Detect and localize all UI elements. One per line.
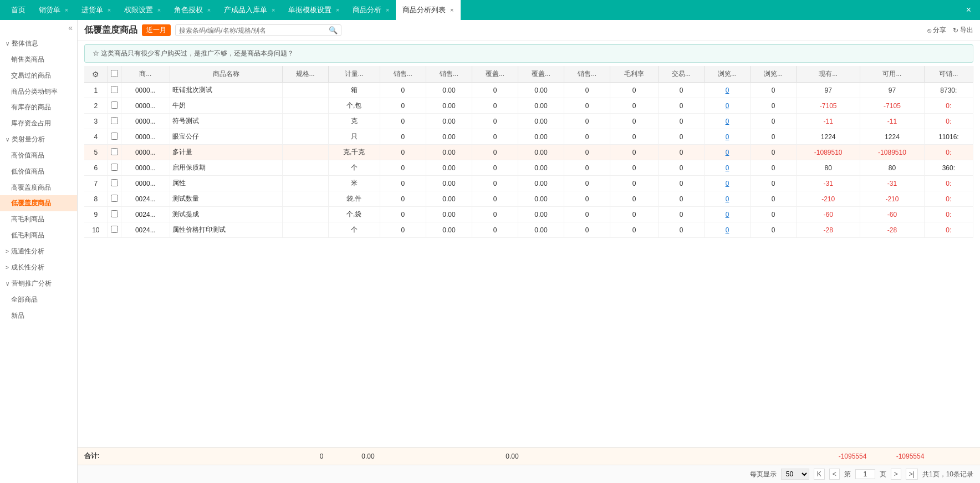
sidebar-item-high-value[interactable]: 高价值商品 [0, 148, 77, 164]
sidebar-item-stocked-goods[interactable]: 有库存的商品 [0, 99, 77, 115]
sidebar-item-inventory-capital[interactable]: 库存资金占用 [0, 115, 77, 131]
col-coverage2[interactable]: 覆盖... [518, 66, 564, 83]
row-checkbox[interactable] [111, 195, 118, 202]
row-checkbox[interactable] [111, 117, 118, 124]
col-name[interactable]: 商品名称 [170, 66, 282, 83]
row-cov1: 0 [472, 176, 518, 191]
nav-permission-close[interactable]: × [157, 7, 161, 13]
first-page-btn[interactable]: K [814, 469, 825, 480]
sidebar-item-high-margin[interactable]: 高毛利商品 [0, 211, 77, 227]
row-checkbox[interactable] [111, 86, 118, 93]
nav-goods-analysis-list[interactable]: 商品分析列表 × [396, 0, 460, 20]
nav-sales[interactable]: 销货单 × [32, 0, 75, 20]
row-browse1[interactable]: 0 [704, 98, 750, 114]
nav-product-storage-close[interactable]: × [272, 7, 275, 13]
row-name: 旺铺批次测试 [170, 83, 282, 98]
sidebar-item-low-coverage[interactable]: 低覆盖度商品 [0, 195, 77, 211]
sidebar-item-traded-goods[interactable]: 交易过的商品 [0, 68, 77, 84]
select-all-checkbox[interactable] [111, 70, 118, 77]
row-browse1[interactable]: 0 [704, 160, 750, 176]
nav-goods-analysis[interactable]: 商品分析 × [346, 0, 396, 20]
nav-role[interactable]: 角色授权 × [167, 0, 217, 20]
page-input[interactable] [855, 469, 875, 479]
col-settings[interactable]: ⚙ [84, 66, 108, 83]
nav-goods-analysis-close[interactable]: × [386, 7, 389, 13]
sidebar-liquidity-header[interactable]: > 流通性分析 [0, 243, 77, 260]
row-name: 牛奶 [170, 98, 282, 114]
sidebar-item-low-value[interactable]: 低价值商品 [0, 164, 77, 180]
nav-goods-analysis-list-close[interactable]: × [450, 7, 453, 13]
row-trans: 0 [658, 98, 704, 114]
nav-product-storage[interactable]: 产成品入库单 × [217, 0, 282, 20]
row-browse2: 0 [751, 176, 797, 191]
row-browse1[interactable]: 0 [704, 207, 750, 222]
row-checkbox[interactable] [111, 226, 118, 233]
col-browse2[interactable]: 浏览... [751, 66, 797, 83]
col-sellable[interactable]: 可销... [924, 66, 973, 83]
row-browse1[interactable]: 0 [704, 114, 750, 129]
row-checkbox[interactable] [111, 133, 118, 140]
row-browse1[interactable]: 0 [704, 176, 750, 191]
col-available[interactable]: 可用... [860, 66, 924, 83]
total-sales-qty: 0 [299, 453, 344, 460]
col-sales-count[interactable]: 销售... [564, 66, 610, 83]
row-avail: -28 [860, 222, 924, 238]
row-avail: -60 [860, 207, 924, 222]
sidebar-item-all-goods[interactable]: 全部商品 [0, 292, 77, 308]
sidebar-overall-header[interactable]: ∨ 整体信息 [0, 35, 77, 52]
nav-template[interactable]: 单据模板设置 × [282, 0, 346, 20]
sidebar-quality-header[interactable]: ∨ 类射量分析 [0, 131, 77, 148]
nav-sales-close[interactable]: × [65, 7, 68, 13]
row-checkbox[interactable] [111, 164, 118, 171]
row-checkbox[interactable] [111, 148, 118, 155]
prev-page-btn[interactable]: < [829, 469, 840, 480]
row-browse1[interactable]: 0 [704, 191, 750, 207]
sidebar-item-category-rate[interactable]: 商品分类动销率 [0, 84, 77, 100]
nav-permission[interactable]: 权限设置 × [118, 0, 167, 20]
col-sales-amt[interactable]: 销售... [426, 66, 472, 83]
share-button[interactable]: ⎋ 分享 [927, 26, 946, 35]
row-browse1[interactable]: 0 [704, 83, 750, 98]
row-spec [282, 176, 328, 191]
col-spec[interactable]: 规格... [282, 66, 328, 83]
col-coverage1[interactable]: 覆盖... [472, 66, 518, 83]
row-sellable: 0: [924, 191, 973, 207]
window-close-btn[interactable]: × [962, 5, 976, 15]
sidebar-collapse-btn[interactable]: « [0, 20, 77, 35]
export-button[interactable]: ↻ 导出 [953, 26, 973, 35]
col-gross-margin[interactable]: 毛利率 [610, 66, 659, 83]
row-checkbox[interactable] [111, 179, 118, 186]
row-sellable: 0: [924, 207, 973, 222]
row-browse1[interactable]: 0 [704, 129, 750, 145]
col-current-stock[interactable]: 现有... [797, 66, 860, 83]
nav-template-close[interactable]: × [336, 7, 339, 13]
col-transaction[interactable]: 交易... [658, 66, 704, 83]
row-checkbox[interactable] [111, 101, 118, 109]
col-code[interactable]: 商... [121, 66, 170, 83]
sidebar-growth-header[interactable]: > 成长性分析 [0, 260, 77, 276]
nav-role-close[interactable]: × [207, 7, 211, 13]
per-page-select[interactable]: 50 20 100 [781, 469, 809, 480]
row-unit: 个 [328, 160, 380, 176]
search-icon: 🔍 [329, 26, 338, 34]
next-page-btn[interactable]: > [891, 469, 901, 480]
col-unit[interactable]: 计量... [328, 66, 380, 83]
sidebar-item-sales-goods[interactable]: 销售类商品 [0, 52, 77, 68]
row-sales-count: 0 [564, 207, 610, 222]
nav-purchase[interactable]: 进货单 × [75, 0, 118, 20]
row-cov1: 0 [472, 114, 518, 129]
col-sales-qty[interactable]: 销售... [380, 66, 426, 83]
nav-home[interactable]: 首页 [4, 0, 32, 20]
sidebar-item-high-coverage[interactable]: 高覆盖度商品 [0, 180, 77, 196]
sidebar-item-low-margin[interactable]: 低毛利商品 [0, 227, 77, 243]
search-input[interactable] [179, 27, 329, 34]
sidebar-item-new-goods[interactable]: 新品 [0, 308, 77, 324]
sidebar-marketing-header[interactable]: ∨ 营销推广分析 [0, 276, 77, 292]
row-browse1[interactable]: 0 [704, 222, 750, 238]
row-browse1[interactable]: 0 [704, 145, 750, 160]
last-page-btn[interactable]: >| [906, 469, 918, 480]
col-browse1[interactable]: 浏览... [704, 66, 750, 83]
period-button[interactable]: 近一月 [142, 24, 171, 36]
row-checkbox[interactable] [111, 210, 118, 217]
nav-purchase-close[interactable]: × [108, 7, 111, 13]
